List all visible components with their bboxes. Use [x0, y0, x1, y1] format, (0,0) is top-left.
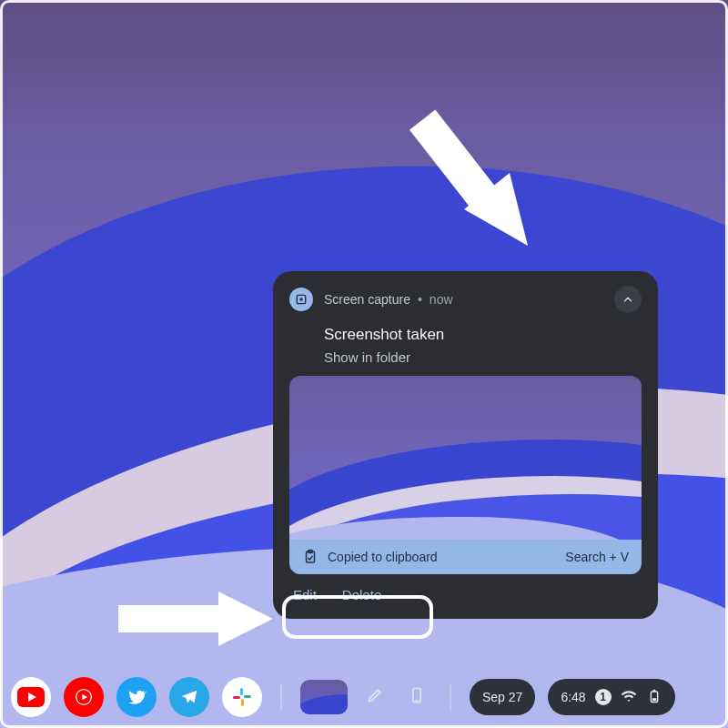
- screen-capture-icon: [289, 288, 313, 311]
- notification-title: Screenshot taken: [273, 320, 658, 346]
- shelf-separator: [280, 683, 282, 711]
- shelf-separator: [450, 683, 451, 711]
- wifi-icon: [621, 689, 637, 706]
- clipboard-icon: [302, 549, 318, 565]
- calendar-pill[interactable]: Sep 27: [470, 679, 535, 715]
- clipboard-bar[interactable]: Copied to clipboard Search + V: [289, 540, 642, 574]
- clipboard-shortcut: Search + V: [565, 550, 629, 564]
- screenshot-thumbnail[interactable]: [289, 376, 642, 540]
- tote-screenshot-thumb[interactable]: [300, 680, 348, 714]
- slack-app-icon[interactable]: [222, 677, 262, 717]
- separator-dot: •: [418, 292, 422, 307]
- svg-rect-15: [233, 696, 240, 699]
- screenshot-notification[interactable]: Screen capture • now Screenshot taken Sh…: [273, 271, 658, 619]
- youtube-app-icon[interactable]: [11, 677, 51, 717]
- delete-button[interactable]: Delete: [342, 587, 381, 602]
- svg-rect-20: [652, 698, 655, 701]
- notification-actions: Edit Delete: [273, 574, 658, 619]
- notification-header: Screen capture • now: [273, 271, 658, 320]
- svg-point-1: [299, 298, 303, 301]
- show-in-folder-link[interactable]: Show in folder: [273, 346, 658, 376]
- clipboard-text: Copied to clipboard: [328, 550, 438, 564]
- telegram-app-icon[interactable]: [169, 677, 209, 717]
- stylus-tools-icon[interactable]: [360, 686, 389, 708]
- shelf-time: 6:48: [561, 690, 585, 704]
- notification-source: Screen capture: [324, 292, 410, 307]
- twitter-app-icon[interactable]: [116, 677, 157, 717]
- phone-hub-icon[interactable]: [402, 686, 431, 708]
- svg-rect-13: [244, 695, 251, 698]
- shelf-date: Sep 27: [482, 690, 522, 704]
- edit-button[interactable]: Edit: [293, 587, 317, 602]
- youtube-music-app-icon[interactable]: [64, 677, 104, 717]
- notification-count-badge: 1: [595, 689, 612, 705]
- collapse-button[interactable]: [614, 286, 642, 313]
- battery-icon: [646, 689, 662, 706]
- svg-rect-12: [240, 688, 243, 695]
- shelf: Sep 27 6:48 1: [0, 672, 728, 728]
- svg-rect-19: [652, 689, 655, 691]
- svg-rect-14: [241, 699, 244, 706]
- status-tray[interactable]: 6:48 1: [548, 679, 674, 715]
- notification-time: now: [430, 292, 453, 307]
- svg-marker-11: [82, 694, 87, 701]
